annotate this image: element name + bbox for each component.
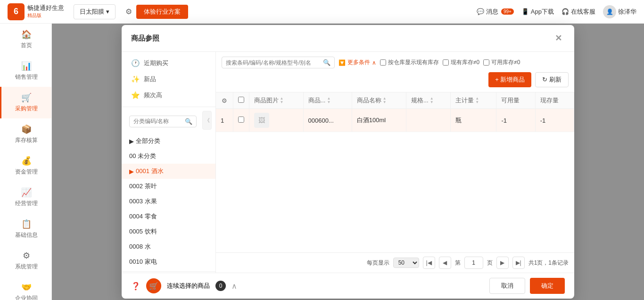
th-settings[interactable]: ⚙ bbox=[216, 92, 233, 109]
top-nav: 6 畅捷通好生意 精品版 日太阳膜 ▾ ⚙ 体验行业方案 💬 消息 99+ 📱 … bbox=[0, 0, 644, 24]
app-download-link[interactable]: 📱 App下载 bbox=[521, 8, 554, 16]
collapse-panel-button[interactable]: 《 bbox=[202, 111, 212, 130]
sidebar-item-home[interactable]: 🏠 首页 bbox=[0, 24, 51, 55]
main-area: 商品参照 ✕ 🕐 近期购买 ✨ 新 bbox=[52, 24, 644, 300]
sidebar-item-sales[interactable]: 📊 销售管理 bbox=[0, 55, 51, 87]
sidebar: 🏠 首页 📊 销售管理 🛒 采购管理 📦 库存核算 💰 资金管理 📈 经营管理 … bbox=[0, 24, 52, 300]
th-available: 可用量 bbox=[496, 92, 535, 109]
th-unit: 主计量 ▲▼ bbox=[451, 92, 496, 109]
th-select-all[interactable] bbox=[233, 92, 249, 109]
chevron-up-icon: ∧ bbox=[372, 59, 376, 66]
category-water[interactable]: 0008 水 bbox=[122, 239, 215, 254]
confirm-button[interactable]: 确定 bbox=[530, 278, 565, 294]
messages-link[interactable]: 💬 消息 99+ bbox=[477, 8, 514, 16]
basics-icon: 📋 bbox=[21, 219, 32, 229]
toolbar-right: + 新增商品 ↻ 刷新 bbox=[488, 72, 569, 87]
close-button[interactable]: ✕ bbox=[552, 32, 565, 45]
sidebar-item-finance[interactable]: 💰 资金管理 bbox=[0, 150, 51, 182]
category-fruit[interactable]: 0003 水果 bbox=[122, 194, 215, 209]
warehouse-checkbox[interactable] bbox=[380, 59, 386, 66]
logo-text: 畅捷通好生意 bbox=[27, 4, 64, 12]
tab-new[interactable]: ✨ 新品 bbox=[125, 72, 212, 87]
dialog-body: 🕐 近期购买 ✨ 新品 ⭐ 频次高 bbox=[122, 52, 574, 273]
finance-icon: 💰 bbox=[21, 156, 32, 166]
td-name: 白酒100ml bbox=[352, 109, 406, 132]
right-panel: 🔍 🔽 更多条件 ∧ 按仓库显示现有库存 bbox=[216, 52, 574, 273]
collapse-footer-icon[interactable]: ∧ bbox=[231, 282, 237, 291]
sidebar-item-purchase[interactable]: 🛒 采购管理 bbox=[0, 87, 51, 118]
sidebar-item-operations[interactable]: 📈 经营管理 bbox=[0, 182, 51, 213]
cta-button[interactable]: 体验行业方案 bbox=[136, 5, 188, 19]
help-icon: ❓ bbox=[131, 282, 140, 291]
next-page-button[interactable]: ▶ bbox=[496, 257, 509, 269]
stock-neq0-checkbox[interactable] bbox=[443, 59, 449, 66]
td-code: 000600... bbox=[303, 109, 352, 132]
settings-icon[interactable]: ⚙ bbox=[121, 4, 136, 19]
td-stock: -1 bbox=[535, 109, 574, 132]
checkbox-available-neq0[interactable]: 可用库存≠0 bbox=[483, 58, 520, 67]
sort-arrows-spec: ▲▼ bbox=[430, 97, 434, 104]
table-header-row: ⚙ 商品图片 ▲▼ bbox=[216, 92, 574, 109]
th-code: 商品... ▲▼ bbox=[303, 92, 352, 109]
search-icon: 🔍 bbox=[323, 59, 330, 66]
category-beverages[interactable]: 0005 饮料 bbox=[122, 224, 215, 239]
tab-recent[interactable]: 🕐 近期购买 bbox=[125, 56, 212, 71]
dialog-title: 商品参照 bbox=[131, 34, 159, 43]
category-snacks[interactable]: 0004 零食 bbox=[122, 209, 215, 224]
td-checkbox[interactable] bbox=[233, 109, 249, 132]
cart-icon[interactable]: 🛒 bbox=[146, 278, 161, 293]
filter-icon: 🔽 bbox=[339, 59, 346, 66]
sidebar-item-inventory[interactable]: 📦 库存核算 bbox=[0, 118, 51, 150]
select-all-checkbox[interactable] bbox=[238, 97, 244, 103]
category-search-input[interactable] bbox=[133, 118, 183, 125]
per-page-select[interactable]: 50 10 20 100 bbox=[393, 258, 419, 268]
new-icon: ✨ bbox=[131, 75, 140, 83]
sort-arrows-image: ▲▼ bbox=[280, 97, 284, 104]
product-table: ⚙ 商品图片 ▲▼ bbox=[216, 92, 574, 132]
checkbox-warehouse[interactable]: 按仓库显示现有库存 bbox=[380, 58, 439, 67]
user-profile[interactable]: 👤 徐泽华 bbox=[603, 5, 636, 18]
sales-icon: 📊 bbox=[21, 61, 32, 71]
checkbox-stock-neq0[interactable]: 现有库存≠0 bbox=[443, 58, 479, 67]
cancel-button[interactable]: 取消 bbox=[489, 278, 525, 294]
more-filters-button[interactable]: 🔽 更多条件 ∧ bbox=[339, 58, 376, 67]
td-unit: 瓶 bbox=[451, 109, 496, 132]
online-service-link[interactable]: 🎧 在线客服 bbox=[561, 8, 595, 16]
available-neq0-checkbox[interactable] bbox=[483, 59, 489, 66]
sidebar-item-system[interactable]: ⚙ 系统管理 bbox=[0, 245, 51, 276]
mobile-icon: 📱 bbox=[521, 8, 529, 15]
image-icon: 🖼 bbox=[258, 117, 265, 124]
row-checkbox[interactable] bbox=[238, 117, 244, 123]
recent-icon: 🕐 bbox=[131, 59, 140, 67]
first-page-button[interactable]: |◀ bbox=[423, 257, 435, 269]
category-spirits[interactable]: ▶ 0001 酒水 bbox=[122, 164, 215, 179]
product-search-box: 🔍 bbox=[222, 57, 335, 68]
category-tea[interactable]: 0002 茶叶 bbox=[122, 179, 215, 194]
nav-dropdown[interactable]: 日太阳膜 ▾ bbox=[74, 4, 116, 19]
home-icon: 🏠 bbox=[21, 29, 32, 40]
prev-page-button[interactable]: ◀ bbox=[439, 257, 451, 269]
inventory-icon: 📦 bbox=[21, 124, 32, 134]
left-panel: 🕐 近期购买 ✨ 新品 ⭐ 频次高 bbox=[122, 52, 216, 273]
category-search-box: 🔍 bbox=[129, 116, 197, 127]
category-uncategorized[interactable]: 00 未分类 bbox=[122, 149, 215, 164]
refresh-button[interactable]: ↻ 刷新 bbox=[535, 72, 569, 87]
purchase-icon: 🛒 bbox=[21, 92, 32, 103]
td-image: 🖼 bbox=[249, 109, 303, 132]
frequent-icon: ⭐ bbox=[131, 91, 140, 100]
table-row[interactable]: 1 🖼 bbox=[216, 109, 574, 132]
tab-frequent[interactable]: ⭐ 频次高 bbox=[125, 88, 212, 103]
logo-sub: 精品版 bbox=[27, 12, 64, 19]
last-page-button[interactable]: ▶| bbox=[512, 257, 525, 269]
sidebar-item-collab[interactable]: 🤝 企业协同 bbox=[0, 276, 51, 300]
category-all[interactable]: ▶ 全部分类 bbox=[122, 133, 215, 149]
search-icon: 🔍 bbox=[185, 118, 192, 125]
sidebar-item-basics[interactable]: 📋 基础信息 bbox=[0, 213, 51, 245]
collab-icon: 🤝 bbox=[21, 282, 32, 292]
category-list: ▶ 全部分类 00 未分类 ▶ 0001 酒水 0002 茶 bbox=[122, 132, 215, 271]
page-number-input[interactable] bbox=[464, 257, 483, 269]
messages-badge: 99+ bbox=[501, 8, 514, 15]
category-appliances[interactable]: 0010 家电 bbox=[122, 254, 215, 269]
add-product-button[interactable]: + 新增商品 bbox=[488, 72, 531, 87]
product-search-input[interactable] bbox=[226, 59, 320, 66]
